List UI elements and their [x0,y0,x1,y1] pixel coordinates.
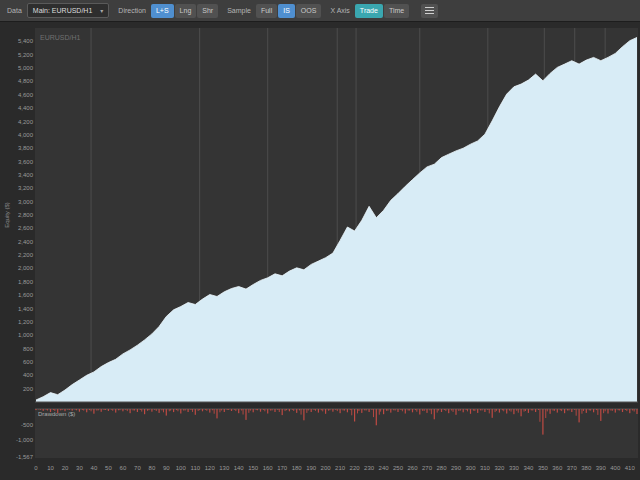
svg-text:200: 200 [23,386,34,392]
svg-text:3,800: 3,800 [18,145,34,151]
svg-text:2,000: 2,000 [18,265,34,271]
svg-text:360: 360 [552,465,563,471]
direction-label: Direction [118,7,146,14]
direction-option-shr[interactable]: Shr [197,4,218,18]
svg-text:-1,000: -1,000 [16,437,34,443]
svg-text:1,200: 1,200 [18,319,34,325]
svg-text:30: 30 [76,465,83,471]
svg-text:20: 20 [62,465,69,471]
chart-region: 2005200620072008200920102011201620172018… [0,22,640,480]
svg-text:40: 40 [91,465,98,471]
drawdown-plot-bg [35,409,638,458]
svg-text:320: 320 [494,465,505,471]
svg-text:3,200: 3,200 [18,185,34,191]
svg-text:410: 410 [625,465,636,471]
svg-text:160: 160 [263,465,274,471]
sample-label: Sample [227,7,251,14]
svg-text:260: 260 [407,465,418,471]
svg-text:290: 290 [451,465,462,471]
svg-text:190: 190 [306,465,317,471]
svg-text:120: 120 [205,465,216,471]
data-source-select[interactable]: Main: EURUSD/H1 ▾ [27,3,110,18]
trade-x-axis-ticks: 0102030405060708090100110120130140150160… [34,465,635,471]
xaxis-option-trade[interactable]: Trade [355,4,383,18]
svg-text:60: 60 [120,465,127,471]
hamburger-icon [425,7,434,14]
xaxis-option-time[interactable]: Time [384,4,409,18]
svg-text:400: 400 [610,465,621,471]
equity-y-axis-ticks: 2004006008001,0001,2001,4001,6001,8002,0… [18,38,34,391]
direction-option-l-s[interactable]: L+S [151,4,174,18]
svg-text:1,800: 1,800 [18,279,34,285]
data-source-value: Main: EURUSD/H1 [33,7,93,14]
svg-text:250: 250 [393,465,404,471]
svg-text:0: 0 [34,465,38,471]
svg-text:4,000: 4,000 [18,132,34,138]
sample-option-oos[interactable]: OOS [296,4,322,18]
xaxis-button-group: TradeTime [355,4,409,18]
toolbar: Data Main: EURUSD/H1 ▾ Direction L+SLngS… [0,0,640,22]
svg-text:340: 340 [523,465,534,471]
svg-text:210: 210 [335,465,346,471]
svg-text:400: 400 [23,372,34,378]
svg-text:2,200: 2,200 [18,252,34,258]
svg-text:180: 180 [292,465,303,471]
sample-option-full[interactable]: Full [256,4,277,18]
sample-option-is[interactable]: IS [278,4,295,18]
direction-option-lng[interactable]: Lng [175,4,197,18]
svg-text:800: 800 [23,346,34,352]
svg-text:380: 380 [581,465,592,471]
svg-text:150: 150 [248,465,259,471]
svg-text:310: 310 [480,465,491,471]
chevron-down-icon: ▾ [100,7,103,14]
svg-text:5,400: 5,400 [18,38,34,44]
svg-text:4,600: 4,600 [18,92,34,98]
xaxis-label: X Axis [330,7,349,14]
direction-button-group: L+SLngShr [151,4,218,18]
svg-text:4,200: 4,200 [18,119,34,125]
svg-text:350: 350 [538,465,549,471]
svg-text:90: 90 [163,465,170,471]
svg-text:280: 280 [436,465,447,471]
svg-text:4,400: 4,400 [18,105,34,111]
app-window: Data Main: EURUSD/H1 ▾ Direction L+SLngS… [0,0,640,480]
svg-text:240: 240 [379,465,390,471]
svg-text:4,800: 4,800 [18,78,34,84]
svg-text:130: 130 [219,465,230,471]
chart-title-watermark: EURUSD/H1 [40,34,81,41]
svg-text:200: 200 [321,465,332,471]
svg-text:5,200: 5,200 [18,52,34,58]
svg-text:-1,567: -1,567 [16,454,34,460]
svg-text:2,800: 2,800 [18,212,34,218]
svg-text:80: 80 [149,465,156,471]
svg-text:2,600: 2,600 [18,225,34,231]
drawdown-y-axis-ticks: -500-1,000-1,567 [16,422,34,460]
svg-text:100: 100 [176,465,187,471]
svg-text:10: 10 [47,465,54,471]
svg-text:220: 220 [350,465,361,471]
svg-text:110: 110 [191,465,201,471]
svg-text:2,400: 2,400 [18,239,34,245]
svg-text:1,400: 1,400 [18,306,34,312]
menu-button[interactable] [421,4,438,18]
svg-text:330: 330 [509,465,520,471]
svg-text:-500: -500 [21,422,34,428]
svg-text:600: 600 [23,359,34,365]
svg-text:390: 390 [596,465,607,471]
equity-chart: 2005200620072008200920102011201620172018… [0,22,640,480]
svg-text:370: 370 [567,465,578,471]
svg-text:5,000: 5,000 [18,65,34,71]
drawdown-panel-label: Drawdown ($) [38,411,75,417]
svg-text:170: 170 [277,465,288,471]
svg-text:230: 230 [364,465,375,471]
svg-text:50: 50 [105,465,112,471]
svg-text:140: 140 [234,465,245,471]
data-label: Data [7,7,22,14]
equity-axis-label: Equity ($) [4,202,10,228]
sample-button-group: FullISOOS [256,4,321,18]
svg-text:1,000: 1,000 [18,332,34,338]
svg-text:70: 70 [134,465,141,471]
svg-text:3,600: 3,600 [18,159,34,165]
svg-text:1,600: 1,600 [18,292,34,298]
svg-text:270: 270 [422,465,433,471]
